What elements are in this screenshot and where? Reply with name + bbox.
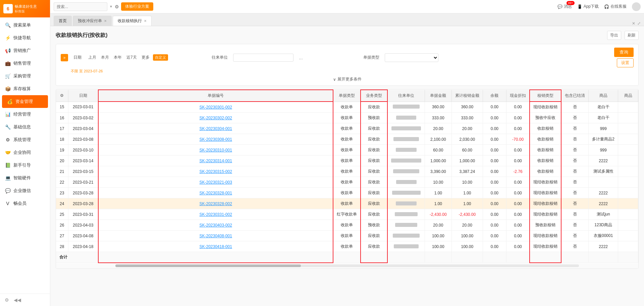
cell-cum-verify: 3,387.24 <box>451 166 483 177</box>
close-all-icon[interactable]: ✕ <box>632 21 635 26</box>
sidebar-item-9[interactable]: ⚙系统管理 <box>0 133 50 146</box>
export-btn[interactable]: 导出 <box>607 31 621 40</box>
table-header-row: ⚙ 日期 单据编号 单据类型 业务类型 往来单位 单据金额 累计核销金额 余额 … <box>56 90 638 102</box>
scrollbar-track[interactable] <box>115 264 579 267</box>
cell-date: 2023-04-18 <box>68 241 98 252</box>
refresh-btn[interactable]: 刷新 <box>625 31 639 40</box>
partner-ellipsis-icon[interactable]: ... <box>299 55 303 60</box>
cell-discount: 0.00 <box>506 188 530 198</box>
sidebar-item-11[interactable]: 📗新手引导 <box>0 159 50 172</box>
this-year-btn[interactable]: 本年 <box>112 54 123 61</box>
tab-prepay[interactable]: 预收冲应付单 ✕ <box>73 16 112 26</box>
cell-biz-type: 预收款 <box>361 113 387 123</box>
col-header-settings[interactable]: ⚙ <box>56 90 68 102</box>
cell-date: 2023-03-28 <box>68 188 98 198</box>
app-download-item[interactable]: 📱 App下载 <box>577 4 599 9</box>
doc-link[interactable]: SK-20230408-001 <box>199 234 232 238</box>
close-tab-verify[interactable]: ✕ <box>144 19 147 23</box>
col-header-code: 单据编号 <box>98 90 333 102</box>
doc-link[interactable]: SK-20230328-001 <box>199 191 232 195</box>
cell-amount: 360.00 <box>425 102 451 113</box>
cell-goods: 测试jun <box>589 209 618 220</box>
sidebar-item-14[interactable]: V畅会员 <box>0 197 50 210</box>
sidebar-label-14: 畅会员 <box>13 200 26 206</box>
cell-cum-verify: 20.00 <box>451 123 483 134</box>
collapse-icon[interactable]: ◀◀ <box>14 297 21 303</box>
cell-goods <box>589 177 618 188</box>
this-month-btn[interactable]: 本月 <box>100 54 110 61</box>
maximize-icon[interactable]: ⤢ <box>637 21 641 26</box>
partner-blur <box>395 212 418 216</box>
cell-partner <box>387 241 425 252</box>
user-avatar[interactable] <box>632 2 641 11</box>
cell-biz-type: 应收款 <box>361 231 387 241</box>
tab-home[interactable]: 首页 <box>54 16 72 26</box>
cell-discount: 0.00 <box>506 145 530 156</box>
more-btn[interactable]: 更多 <box>140 54 151 61</box>
cell-goods2 <box>618 241 638 252</box>
cell-date: 2023-03-15 <box>68 166 98 177</box>
cell-bill-type: 收款单 <box>333 134 361 145</box>
query-btn[interactable]: 查询 <box>614 48 634 57</box>
topbar-search-input[interactable] <box>54 2 107 11</box>
doc-link[interactable]: SK-20230310-001 <box>199 148 232 152</box>
cell-partner <box>387 220 425 231</box>
solution-btn[interactable]: 体验行业方案 <box>121 2 153 11</box>
sidebar-item-8[interactable]: 🔧基础信息 <box>0 121 50 133</box>
doc-link[interactable]: SK-20230321-003 <box>199 180 232 185</box>
settings-icon[interactable]: ⚙ <box>5 297 9 303</box>
sidebar-item-5[interactable]: 📦库存核算 <box>0 82 50 95</box>
cell-biz-type: 应收款 <box>361 102 387 113</box>
cell-goods: 999 <box>589 145 618 156</box>
sidebar-item-12[interactable]: 💻智能硬件 <box>0 172 50 184</box>
settings-gear-icon[interactable]: ⚙ <box>115 4 119 9</box>
cell-no: 20 <box>56 156 68 166</box>
doc-link[interactable]: SK-20230308-001 <box>199 137 232 142</box>
custom-date-btn[interactable]: 自定义 <box>153 54 168 61</box>
filter-toggle-btn[interactable]: » <box>61 54 68 61</box>
sidebar-item-10[interactable]: 🤝企业协同 <box>0 146 50 159</box>
doc-link[interactable]: SK-20230403-002 <box>199 223 232 228</box>
doc-link[interactable]: SK-20230418-001 <box>199 244 232 249</box>
cell-goods: 999 <box>589 123 618 134</box>
online-service-item[interactable]: 🎧 在线客服 <box>604 4 627 9</box>
cell-discount: -70.00 <box>506 134 530 145</box>
cell-goods2 <box>618 177 638 188</box>
doc-link[interactable]: SK-20230304-001 <box>199 126 232 131</box>
table-footer <box>56 263 638 268</box>
cell-discount: 0.00 <box>506 177 530 188</box>
last-month-btn[interactable]: 上月 <box>87 54 98 61</box>
cell-biz-type: 应收款 <box>361 166 387 177</box>
tab-verify[interactable]: 收款核销执行 ✕ <box>113 16 152 26</box>
cell-date: 2023-03-10 <box>68 145 98 156</box>
cell-include-clear: 否 <box>561 102 589 113</box>
scrollbar-thumb[interactable] <box>115 264 301 267</box>
filter-expand-btn[interactable]: ∨ 展开更多条件 <box>61 76 634 82</box>
partner-blur <box>392 191 421 195</box>
sidebar-item-13[interactable]: 💬企业微信 <box>0 184 50 197</box>
sidebar-item-7[interactable]: 📊经营管理 <box>0 108 50 121</box>
doc-link[interactable]: SK-20230315-002 <box>199 169 232 174</box>
filter-setting-btn[interactable]: 设置 <box>617 58 634 67</box>
last7-btn[interactable]: 近7天 <box>125 54 138 61</box>
sidebar-item-1[interactable]: ⚡快捷导航 <box>0 32 50 44</box>
sidebar-item-2[interactable]: 📢营销推广 <box>0 44 50 57</box>
doc-link[interactable]: SK-20230301-002 <box>199 105 232 110</box>
partner-filter-input[interactable] <box>233 54 293 62</box>
bill-type-select[interactable] <box>385 53 438 62</box>
cell-partner <box>387 188 425 198</box>
cell-balance: 0.00 <box>483 113 506 123</box>
sidebar-item-4[interactable]: 🛒采购管理 <box>0 70 50 82</box>
doc-link[interactable]: SK-20230331-002 <box>199 212 232 217</box>
sidebar-item-0[interactable]: 🔍搜索菜单 <box>0 19 50 32</box>
cell-goods: 多计量商品2 <box>589 134 618 145</box>
messages-item[interactable]: 💬 消息 99+ <box>557 4 572 9</box>
cell-partner <box>387 156 425 166</box>
doc-link[interactable]: SK-20230302-002 <box>199 116 232 120</box>
doc-link[interactable]: SK-20230328-002 <box>199 201 232 206</box>
sidebar-item-6[interactable]: 💰资金管理 <box>2 95 48 108</box>
close-tab-prepay[interactable]: ✕ <box>104 19 107 23</box>
doc-link[interactable]: SK-20230314-001 <box>199 159 232 163</box>
sidebar-item-3[interactable]: 💼销售管理 <box>0 57 50 70</box>
cell-goods2 <box>618 188 638 198</box>
